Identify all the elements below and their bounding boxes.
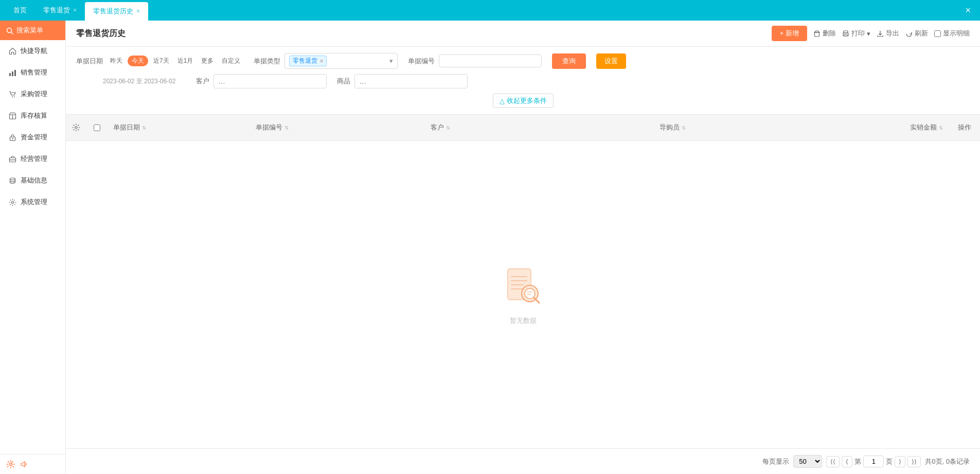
filter-row-1: 单据日期 昨天 今天 近7天 近1月 更多 自定义 单据类型 [76,53,970,69]
sidebar-search-label: 搜索菜单 [16,26,43,35]
box-icon [8,112,16,120]
goods-placeholder: ... [359,77,366,86]
date-opt-1month[interactable]: 近1月 [174,56,197,66]
show-detail-check[interactable] [934,30,941,37]
sidebar-item-sales[interactable]: 销售管理 [0,62,65,83]
th-no[interactable]: 单据编号 ⇅ [250,119,424,136]
cart-icon [8,90,16,98]
tab-home[interactable]: 首页 [5,0,35,21]
print-button[interactable]: 打印 ▾ [842,29,870,38]
svg-line-1 [11,32,13,34]
type-tag: 零售退货 × [289,56,327,66]
goods-select[interactable]: ... [354,74,468,88]
export-icon [877,29,884,38]
date-opt-7days[interactable]: 近7天 [150,56,172,66]
sidebar-bottom [0,454,65,474]
th-customer-label: 客户 [431,123,444,132]
prev-page-button[interactable]: ⟨ [842,456,852,467]
show-detail-checkbox[interactable]: 显示明细 [934,29,970,38]
filter-date: 单据日期 昨天 今天 近7天 近1月 更多 自定义 [76,56,243,66]
th-date[interactable]: 单据日期 ⇅ [107,119,250,136]
type-tag-close[interactable]: × [319,58,323,65]
type-filter-label: 单据类型 [254,57,280,66]
date-opt-yesterday[interactable]: 昨天 [107,56,126,66]
filter-settings-button[interactable]: 设置 [596,53,626,69]
sidebar-item-inventory[interactable]: 库存核算 [0,105,65,126]
th-checkbox[interactable] [86,120,107,135]
collapse-icon: △ [500,97,505,105]
tab-retail-return-close[interactable]: × [73,7,77,14]
table-area: 单据日期 ⇅ 单据编号 ⇅ 客户 ⇅ 导购员 ⇅ 实销金额 ⇅ [66,115,980,448]
customer-label: 客户 [196,77,209,86]
tab-retail-return-history[interactable]: 零售退货历史 × [85,2,148,21]
th-settings[interactable] [66,119,86,136]
new-button[interactable]: + 新增 [772,26,807,41]
collapse-filter-button[interactable]: △ 收起更多条件 [493,94,554,108]
delete-label: 删除 [823,29,836,38]
refresh-button[interactable]: 刷新 [905,29,928,38]
date-range-text: 2023-06-02 至 2023-06-02 [103,77,175,86]
sidebar-item-finance[interactable]: 资金管理 [0,126,65,148]
per-page-select[interactable]: 10 20 50 100 [793,455,822,468]
th-action: 操作 [949,119,980,136]
tab-retail-return-label: 零售退货 [43,6,70,15]
sidebar-item-purchase[interactable]: 采购管理 [0,83,65,105]
empty-illustration [500,264,546,310]
export-button[interactable]: 导出 [877,29,899,38]
print-dropdown-icon: ▾ [867,30,870,38]
bill-no-input[interactable] [439,54,542,67]
sidebar-item-system[interactable]: 系统管理 [0,191,65,213]
refresh-icon [905,29,913,38]
sidebar-item-inventory-label: 库存核算 [21,111,47,120]
th-date-label: 单据日期 [113,123,140,132]
th-customer-sort-icon: ⇅ [446,125,450,131]
tab-retail-return-history-label: 零售退货历史 [93,7,133,16]
query-button[interactable]: 查询 [552,53,586,69]
page-input[interactable] [863,455,884,467]
svg-rect-4 [14,70,16,76]
gear-icon[interactable] [6,460,15,469]
table-header: 单据日期 ⇅ 单据编号 ⇅ 客户 ⇅ 导购员 ⇅ 实销金额 ⇅ [66,115,980,141]
svg-rect-17 [815,32,819,37]
customer-select[interactable]: ... [213,74,327,88]
sidebar-item-quick-nav[interactable]: 快捷导航 [0,40,65,62]
sidebar-item-system-label: 系统管理 [21,197,47,207]
date-options: 昨天 今天 近7天 近1月 更多 自定义 [107,56,243,66]
date-opt-more[interactable]: 更多 [198,56,217,66]
chart-icon [8,68,16,77]
date-opt-custom[interactable]: 自定义 [219,56,243,66]
window-close-button[interactable]: × [961,5,975,16]
th-guide[interactable]: 导购员 ⇅ [653,119,828,136]
print-icon [842,29,849,38]
th-amount-sort-icon: ⇅ [939,125,943,131]
settings-icon [8,198,16,206]
last-page-button[interactable]: ⟩⟩ [907,456,921,467]
th-amount[interactable]: 实销金额 ⇅ [828,119,949,136]
svg-point-21 [75,126,77,129]
select-all-checkbox[interactable] [94,124,100,131]
type-select[interactable]: 零售退货 × ▾ [284,53,398,69]
sidebar: 搜索菜单 快捷导航 销售管理 [0,21,66,474]
sidebar-item-operations[interactable]: 经营管理 [0,148,65,170]
date-opt-today[interactable]: 今天 [128,56,148,66]
tab-retail-return-history-close[interactable]: × [136,8,140,15]
main-layout: 搜索菜单 快捷导航 销售管理 [0,21,980,474]
th-guide-sort-icon: ⇅ [682,125,686,131]
next-page-button[interactable]: ⟩ [895,456,905,467]
th-guide-label: 导购员 [660,123,680,132]
th-amount-label: 实销金额 [910,123,937,132]
volume-icon[interactable] [20,460,29,469]
print-label: 打印 [851,29,865,38]
sidebar-item-operations-label: 经营管理 [21,154,47,163]
filter-goods: 商品 ... [337,74,468,88]
sidebar-item-finance-label: 资金管理 [21,133,47,142]
pagination: 每页显示 10 20 50 100 ⟨⟨ ⟨ 第 页 ⟩ ⟩⟩ 共0页, 0条记… [66,448,980,474]
filter-customer: 客户 ... [196,74,327,88]
tab-retail-return[interactable]: 零售退货 × [35,0,85,21]
first-page-button[interactable]: ⟨⟨ [826,456,840,467]
content-area: 零售退货历史 + 新增 删除 [66,21,980,474]
sidebar-item-basic-info[interactable]: 基础信息 [0,170,65,191]
delete-button[interactable]: 删除 [813,29,836,38]
th-customer[interactable]: 客户 ⇅ [424,119,653,136]
sidebar-search[interactable]: 搜索菜单 [0,21,65,40]
